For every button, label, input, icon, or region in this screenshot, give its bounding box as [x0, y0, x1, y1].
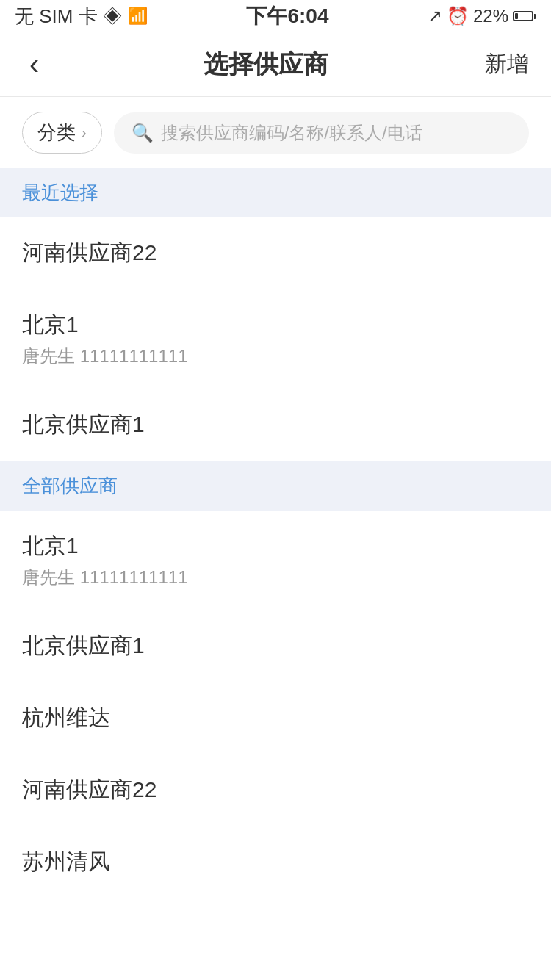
recent-item-2[interactable]: 北京供应商1 [0, 389, 551, 461]
all-item-name-4: 苏州清风 [22, 847, 529, 877]
all-item-detail-0: 唐先生 11111111111 [22, 566, 529, 589]
all-item-name-0: 北京1 [22, 531, 529, 561]
category-filter-button[interactable]: 分类 › [22, 112, 102, 154]
status-time: 下午6:04 [246, 2, 328, 30]
location-icon: ↗ [428, 6, 442, 26]
all-item-2[interactable]: 杭州维达 [0, 682, 551, 754]
recent-item-0[interactable]: 河南供应商22 [0, 217, 551, 289]
recent-item-1[interactable]: 北京1 唐先生 11111111111 [0, 289, 551, 389]
all-section-label: 全部供应商 [22, 475, 118, 497]
battery-percent: 22% [473, 6, 508, 26]
all-item-4[interactable]: 苏州清风 [0, 826, 551, 898]
wifi-icon: 📶 [128, 7, 148, 26]
battery-icon [513, 11, 536, 21]
page-title: 选择供应商 [204, 48, 328, 82]
add-button[interactable]: 新增 [485, 49, 529, 79]
all-item-name-1: 北京供应商1 [22, 631, 529, 661]
recent-item-name-0: 河南供应商22 [22, 238, 529, 268]
recent-section-label: 最近选择 [22, 181, 98, 203]
chevron-right-icon: › [82, 124, 87, 141]
all-section-header: 全部供应商 [0, 461, 551, 511]
all-items-list: 北京1 唐先生 11111111111 北京供应商1 杭州维达 河南供应商22 … [0, 511, 551, 898]
recent-item-name-2: 北京供应商1 [22, 410, 529, 440]
back-button[interactable]: ‹ [22, 40, 46, 88]
all-item-name-2: 杭州维达 [22, 703, 529, 733]
alarm-icon: ⏰ [447, 6, 469, 26]
recent-item-name-1: 北京1 [22, 310, 529, 340]
search-placeholder: 搜索供应商编码/名称/联系人/电话 [161, 121, 422, 145]
recent-section-header: 最近选择 [0, 168, 551, 217]
all-item-0[interactable]: 北京1 唐先生 11111111111 [0, 511, 551, 610]
all-item-name-3: 河南供应商22 [22, 775, 529, 805]
nav-bar: ‹ 选择供应商 新增 [0, 32, 551, 97]
all-item-3[interactable]: 河南供应商22 [0, 754, 551, 826]
sim-status: 无 SIM 卡 ◈ [15, 4, 122, 29]
recent-items-list: 河南供应商22 北京1 唐先生 11111111111 北京供应商1 [0, 217, 551, 461]
recent-item-detail-1: 唐先生 11111111111 [22, 345, 529, 368]
category-label: 分类 [37, 120, 76, 145]
status-left: 无 SIM 卡 ◈ 📶 [15, 4, 148, 29]
search-icon: 🔍 [132, 123, 154, 143]
search-box[interactable]: 🔍 搜索供应商编码/名称/联系人/电话 [114, 112, 529, 154]
all-item-1[interactable]: 北京供应商1 [0, 610, 551, 682]
filter-bar: 分类 › 🔍 搜索供应商编码/名称/联系人/电话 [0, 97, 551, 168]
status-bar: 无 SIM 卡 ◈ 📶 下午6:04 ↗ ⏰ 22% [0, 0, 551, 32]
status-right: ↗ ⏰ 22% [428, 6, 536, 26]
